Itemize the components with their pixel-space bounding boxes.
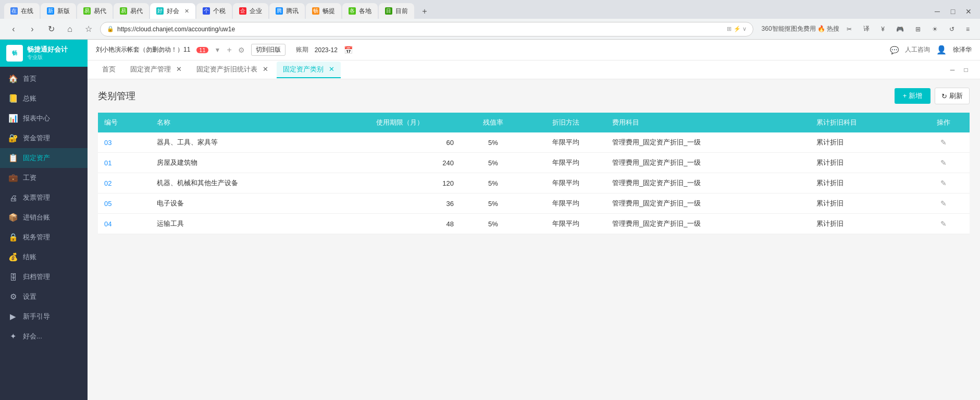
logo-text: 畅捷通好会计 <box>27 45 68 54</box>
cell-action[interactable]: ✎ <box>917 153 970 173</box>
sidebar-item-fund[interactable]: 🔐 资金管理 <box>0 128 88 148</box>
edit-icon[interactable]: ✎ <box>940 220 947 228</box>
browser-tab-label: 新版 <box>57 7 70 16</box>
col-header-period: 使用期限（月） <box>339 113 460 132</box>
sidebar-item-payroll[interactable]: 💼 工资 <box>0 168 88 188</box>
sidebar-item-settings[interactable]: ⚙ 设置 <box>0 287 88 307</box>
more-icon: ✦ <box>8 332 18 341</box>
sidebar-item-tax[interactable]: 🔒 税务管理 <box>0 227 88 247</box>
add-account-icon[interactable]: + <box>227 45 232 55</box>
tab-favicon-changtui: 畅 <box>312 7 319 15</box>
tab-home[interactable]: 首页 <box>96 62 122 78</box>
browser-tab-online[interactable]: 在 在线 <box>4 3 40 19</box>
browser-tab-yidai2[interactable]: 易 易代 <box>114 3 149 19</box>
tab-category[interactable]: 固定资产类别 ✕ <box>277 62 341 78</box>
add-button[interactable]: + 新增 <box>895 88 931 104</box>
cell-method: 年限平均 <box>526 193 606 214</box>
sidebar-item-more[interactable]: ✦ 好会... <box>0 326 88 346</box>
calendar-icon[interactable]: 📅 <box>344 46 353 54</box>
dropdown-icon[interactable]: ▼ <box>215 46 221 54</box>
page-title: 类别管理 <box>98 90 135 102</box>
new-tab-button[interactable]: + <box>417 4 432 19</box>
forward-button[interactable]: › <box>25 22 40 37</box>
cell-action[interactable]: ✎ <box>917 214 970 234</box>
cut-button[interactable]: ✂ <box>842 23 856 35</box>
cell-residual: 5% <box>460 153 526 173</box>
edit-icon[interactable]: ✎ <box>940 179 947 187</box>
tab-fixed-assets-mgmt[interactable]: 固定资产管理 ✕ <box>124 62 188 78</box>
undo-button[interactable]: ↺ <box>945 23 959 35</box>
page-actions: + 新增 ↻ 刷新 <box>895 88 970 104</box>
cell-residual: 5% <box>460 193 526 214</box>
browser-tab-active[interactable]: 好 好会 ✕ <box>150 3 195 19</box>
browser-tab-muqian[interactable]: 目 目前 <box>379 3 414 19</box>
edit-icon[interactable]: ✎ <box>940 199 947 208</box>
consult-label[interactable]: 人工咨询 <box>905 45 930 54</box>
address-bar-tools: ⊞ ⚡ ∨ <box>727 26 746 32</box>
cell-action[interactable]: ✎ <box>917 193 970 214</box>
cell-method: 年限平均 <box>526 173 606 193</box>
browser-tab-tax[interactable]: 个 个税 <box>196 3 232 19</box>
sidebar-item-report[interactable]: 📊 报表中心 <box>0 108 88 128</box>
menu-button[interactable]: ≡ <box>962 23 974 35</box>
browser-tab-yidai1[interactable]: 易 易代 <box>77 3 113 19</box>
edit-icon[interactable]: ✎ <box>940 138 947 147</box>
grid-button[interactable]: ⊞ <box>911 23 925 35</box>
currency-button[interactable]: ¥ <box>877 23 889 35</box>
browser-tab-label: 腾讯 <box>286 7 299 16</box>
table-row: 02 机器、机械和其他生产设备 120 5% 年限平均 管理费用_固定资产折旧_… <box>98 173 970 193</box>
col-header-residual: 残值率 <box>460 113 526 132</box>
app-header: 刘小艳演示帐套（勿删勿动！）11 11 ▼ + ⚙ 切到旧版 账期 2023-1… <box>88 40 980 60</box>
cell-action[interactable]: ✎ <box>917 173 970 193</box>
reload-button[interactable]: ↻ <box>44 22 58 37</box>
tab-panel-maximize[interactable]: □ <box>960 64 972 76</box>
edit-icon[interactable]: ✎ <box>940 159 947 167</box>
refresh-button[interactable]: ↻ 刷新 <box>935 88 970 104</box>
tab-depreciation-close[interactable]: ✕ <box>263 65 268 73</box>
game-button[interactable]: 🎮 <box>892 23 908 35</box>
sidebar-item-guide[interactable]: ▶ 新手引导 <box>0 307 88 326</box>
settings-icon: ⚙ <box>8 292 18 301</box>
logo-text-block: 畅捷通好会计 专业版 <box>27 45 68 61</box>
search-hint: 360智能抠图免费用 🔥 热搜 <box>762 25 840 33</box>
sidebar-item-checkout[interactable]: 💰 结账 <box>0 247 88 267</box>
tax-icon: 🔒 <box>8 233 18 242</box>
browser-tab-changtui[interactable]: 畅 畅提 <box>306 3 341 19</box>
back-button[interactable]: ‹ <box>6 22 21 37</box>
tab-close-icon[interactable]: ✕ <box>184 8 189 15</box>
cell-expense: 管理费用_固定资产折旧_一级 <box>606 132 810 153</box>
logo-icon: 畅 <box>6 45 23 62</box>
sidebar-item-home[interactable]: 🏠 首页 <box>0 69 88 89</box>
minimize-button[interactable]: ─ <box>930 4 945 19</box>
translate-button[interactable]: 译 <box>859 22 874 35</box>
tab-category-close[interactable]: ✕ <box>329 65 334 73</box>
col-header-action: 操作 <box>917 113 970 132</box>
tab-fixed-assets-mgmt-close[interactable]: ✕ <box>176 65 182 73</box>
sidebar-item-ledger[interactable]: 📒 总账 <box>0 89 88 108</box>
sidebar-item-archive[interactable]: 🗄 归档管理 <box>0 267 88 287</box>
sidebar-item-stock[interactable]: 📦 进销台账 <box>0 208 88 227</box>
table-body: 03 器具、工具、家具等 60 5% 年限平均 管理费用_固定资产折旧_一级 累… <box>98 132 970 234</box>
settings-gear-icon[interactable]: ⚙ <box>238 46 245 54</box>
browser-tab-enterprise[interactable]: 企 企业 <box>233 3 268 19</box>
browser-tab-new[interactable]: 新 新版 <box>41 3 76 19</box>
brightness-button[interactable]: ☀ <box>928 23 942 35</box>
invoice-icon: 🖨 <box>8 193 18 202</box>
cell-expense: 管理费用_固定资产折旧_一级 <box>606 173 810 193</box>
tab-panel-minimize[interactable]: ─ <box>947 64 958 76</box>
home-icon: 🏠 <box>8 74 18 83</box>
maximize-button[interactable]: □ <box>946 4 960 19</box>
sidebar-item-invoice[interactable]: 🖨 发票管理 <box>0 188 88 208</box>
switch-version-button[interactable]: 切到旧版 <box>251 44 286 56</box>
bookmark-button[interactable]: ☆ <box>81 22 96 37</box>
close-button[interactable]: ✕ <box>961 4 976 19</box>
browser-tab-gedi[interactable]: 各 各地 <box>342 3 378 19</box>
cell-action[interactable]: ✎ <box>917 132 970 153</box>
sidebar-item-fixed-assets[interactable]: 📋 固定资产 <box>0 148 88 168</box>
browser-tab-tencent[interactable]: 腾 腾讯 <box>269 3 305 19</box>
tab-depreciation[interactable]: 固定资产折旧统计表 ✕ <box>190 62 275 78</box>
home-button[interactable]: ⌂ <box>63 22 77 37</box>
browser-tab-label: 易代 <box>94 7 106 16</box>
tab-favicon-yidai1: 易 <box>83 7 91 15</box>
address-bar[interactable]: 🔒 https://cloud.chanjet.com/accounting/u… <box>100 22 753 37</box>
